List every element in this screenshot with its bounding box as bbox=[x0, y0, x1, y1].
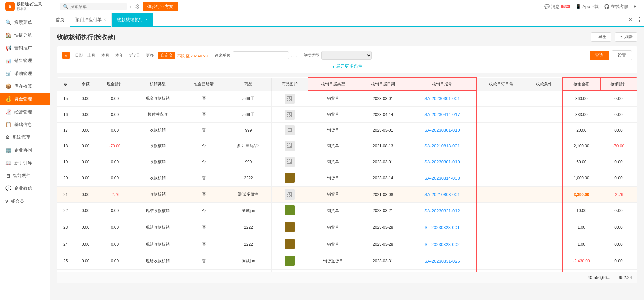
refresh-btn[interactable]: ↺ 刷新 bbox=[615, 32, 637, 42]
row-writeoff-amount: 10.00 bbox=[562, 202, 600, 219]
date-this-month-btn[interactable]: 本月 bbox=[99, 52, 111, 59]
table-row: 210.00-2.76收款核销否测试多属性🖼销货单2021-08-08SA-20… bbox=[57, 186, 637, 202]
tab-writeoff-close[interactable]: × bbox=[145, 17, 148, 22]
bill-report-no-link[interactable]: SA-20230301-010 bbox=[424, 128, 460, 133]
bill-report-no-link[interactable]: SA-20230331-026 bbox=[424, 259, 460, 264]
sidebar-item-guide[interactable]: 📖 新手引导 bbox=[0, 157, 50, 169]
sidebar-item-finance[interactable]: 💰 资金管理 bbox=[0, 93, 50, 105]
bill-report-no-link[interactable]: SA-20230314-008 bbox=[424, 176, 460, 181]
footer-total-discount: 952.24 bbox=[619, 275, 632, 280]
bill-type-select[interactable] bbox=[321, 51, 372, 60]
online-service-btn[interactable]: 🎧 在线客服 bbox=[604, 4, 628, 10]
bill-report-no-link[interactable]: SA-20230301-001 bbox=[424, 96, 460, 101]
tab-close-all-btn[interactable]: × bbox=[629, 17, 632, 23]
row-bill-report-no[interactable]: SA-20230314-008 bbox=[408, 170, 476, 186]
table-header: ⚙ 余额 现金折扣 核销类型 包含已结清 商品 商品图片 核销单据类型 核销单据… bbox=[57, 78, 637, 91]
search-input[interactable] bbox=[70, 4, 121, 9]
row-writeoff-type: 收款核销 bbox=[133, 138, 182, 154]
row-receipt-condition bbox=[526, 170, 562, 186]
row-writeoff-discount: 0.00 bbox=[600, 122, 637, 138]
th-product-image: 商品图片 bbox=[272, 78, 308, 91]
industry-btn[interactable]: 体验行业方案 bbox=[143, 2, 178, 11]
date-7days-btn[interactable]: 近7天 bbox=[127, 52, 142, 59]
filter-toggle-btn[interactable]: » bbox=[62, 52, 70, 59]
tab-bar: 首页 预付冲应付单 × 收款核销执行 × × ⛶ bbox=[50, 13, 644, 27]
row-bill-report-no[interactable]: SA-20230321-012 bbox=[408, 202, 476, 219]
settings-btn[interactable]: 设置 bbox=[612, 50, 632, 60]
tab-writeoff[interactable]: 收款核销执行 × bbox=[112, 13, 153, 27]
row-include-settled: 否 bbox=[182, 91, 225, 106]
settings-icon[interactable]: ⚙ bbox=[135, 3, 140, 10]
sidebar-item-hardware[interactable]: 🖥 智能硬件 bbox=[0, 169, 50, 182]
bill-report-no-link[interactable]: SL-20230328-001 bbox=[425, 225, 460, 230]
bill-report-no-link[interactable]: SA-20210808-001 bbox=[424, 192, 460, 197]
row-bill-report-no[interactable]: SA-20230301-010 bbox=[408, 154, 476, 170]
row-bill-report-no[interactable]: SA-20230414-017 bbox=[408, 106, 476, 122]
app-download-btn[interactable]: 📱 App下载 bbox=[576, 4, 599, 10]
row-bill-report-no[interactable]: SA-20210813-001 bbox=[408, 138, 476, 154]
tab-home[interactable]: 首页 bbox=[50, 13, 70, 27]
date-this-year-btn[interactable]: 本年 bbox=[113, 52, 125, 59]
product-thumbnail bbox=[285, 222, 295, 232]
expand-conditions-btn[interactable]: ▾ 展开更多条件 bbox=[332, 63, 362, 69]
sidebar-item-sales[interactable]: 📊 销售管理 bbox=[0, 54, 50, 67]
message-btn[interactable]: 💬 消息 99+ bbox=[544, 4, 570, 10]
sidebar-item-basic[interactable]: 📋 基础信息 bbox=[0, 118, 50, 131]
tab-prepay-close[interactable]: × bbox=[104, 17, 106, 22]
sidebar-item-system[interactable]: ⚙ 系统管理 bbox=[0, 131, 50, 144]
sidebar-item-quicknav[interactable]: 🏠 快捷导航 bbox=[0, 29, 50, 42]
row-bill-report-date: 2023-03-01 bbox=[358, 122, 408, 138]
bill-report-no-link[interactable]: SA-20230321-012 bbox=[424, 208, 460, 213]
filter-date-item: 日期 上月 本月 本年 近7天 更多 自定义 不限 至 2023-07-26 bbox=[75, 52, 209, 59]
date-custom-btn[interactable]: 自定义 bbox=[158, 52, 175, 59]
date-more-btn[interactable]: 更多 bbox=[144, 52, 156, 59]
sidebar-item-wechat[interactable]: 💬 企业微信 bbox=[0, 182, 50, 195]
export-btn[interactable]: ↑ 导出 bbox=[591, 32, 612, 42]
sidebar-item-operations[interactable]: 📈 经营管理 bbox=[0, 105, 50, 118]
bill-report-no-link[interactable]: SA-20230301-010 bbox=[424, 159, 460, 164]
sidebar-item-enterprise[interactable]: 🏢 企业协同 bbox=[0, 144, 50, 157]
tab-prepay[interactable]: 预付冲应付单 × bbox=[70, 13, 112, 27]
sidebar-label-operations: 经营管理 bbox=[14, 109, 32, 115]
enterprise-icon: 🏢 bbox=[5, 147, 12, 153]
filter-row-1: » 日期 上月 本月 本年 近7天 更多 自定义 不限 至 2023-07-26 bbox=[62, 50, 632, 60]
row-product: 测试jun bbox=[225, 202, 272, 219]
query-btn[interactable]: 查询 bbox=[590, 51, 609, 60]
unit-input[interactable] bbox=[233, 51, 289, 59]
th-settings[interactable]: ⚙ bbox=[57, 78, 74, 91]
search-wrap[interactable]: 🔍 bbox=[60, 3, 127, 10]
row-cash-discount: 0.00 bbox=[97, 253, 133, 269]
sidebar-item-search[interactable]: 🔍 搜索菜单 bbox=[0, 16, 50, 29]
sidebar-label-marketing: 营销推广 bbox=[14, 45, 32, 51]
bill-report-no-link[interactable]: SA-20230414-017 bbox=[424, 112, 460, 117]
row-writeoff-type: 收款核销 bbox=[133, 154, 182, 170]
row-bill-report-type: 销货单 bbox=[308, 269, 358, 272]
row-bill-report-no[interactable]: SA-20230301-010 bbox=[408, 122, 476, 138]
basic-icon: 📋 bbox=[5, 122, 12, 128]
row-bill-report-no[interactable]: ABC-001 bbox=[408, 269, 476, 272]
date-last-month-btn[interactable]: 上月 bbox=[85, 52, 97, 59]
bill-report-no-link[interactable]: SA-20210813-001 bbox=[424, 143, 460, 148]
sidebar-item-inventory[interactable]: 📦 库存核算 bbox=[0, 80, 50, 93]
row-bill-report-no[interactable]: SL-20230328-001 bbox=[408, 219, 476, 236]
row-product-image bbox=[272, 269, 308, 272]
bill-report-no-link[interactable]: SL-20230328-002 bbox=[425, 242, 460, 247]
sidebar-item-purchase[interactable]: 🛒 采购管理 bbox=[0, 67, 50, 80]
table-container[interactable]: ⚙ 余额 现金折扣 核销类型 包含已结清 商品 商品图片 核销单据类型 核销单据… bbox=[57, 77, 637, 272]
sidebar-item-marketing[interactable]: 📢 营销推广 bbox=[0, 42, 50, 54]
row-bill-report-no[interactable]: SA-20210808-001 bbox=[408, 186, 476, 202]
sidebar-item-member[interactable]: V 畅会员 bbox=[0, 195, 50, 208]
row-receipt-order-no bbox=[476, 253, 526, 269]
row-bill-report-no[interactable]: SL-20230328-002 bbox=[408, 236, 476, 253]
row-writeoff-type: 现金收款核销 bbox=[133, 91, 182, 106]
row-product: 999 bbox=[225, 122, 272, 138]
row-cash-discount: 0.00 bbox=[97, 170, 133, 186]
row-bill-report-no[interactable]: SA-20230301-001 bbox=[408, 91, 476, 106]
filter-unit-item: 往来单位 ... bbox=[215, 51, 298, 59]
row-no: 24 bbox=[57, 236, 74, 253]
row-receipt-condition bbox=[526, 138, 562, 154]
content-area: 首页 预付冲应付单 × 收款核销执行 × × ⛶ 收款核销执行(按收款) bbox=[50, 13, 644, 300]
row-bill-report-no[interactable]: SA-20230331-026 bbox=[408, 253, 476, 269]
row-cash-discount: 0.00 bbox=[97, 269, 133, 272]
tab-expand-btn[interactable]: ⛶ bbox=[635, 17, 640, 23]
